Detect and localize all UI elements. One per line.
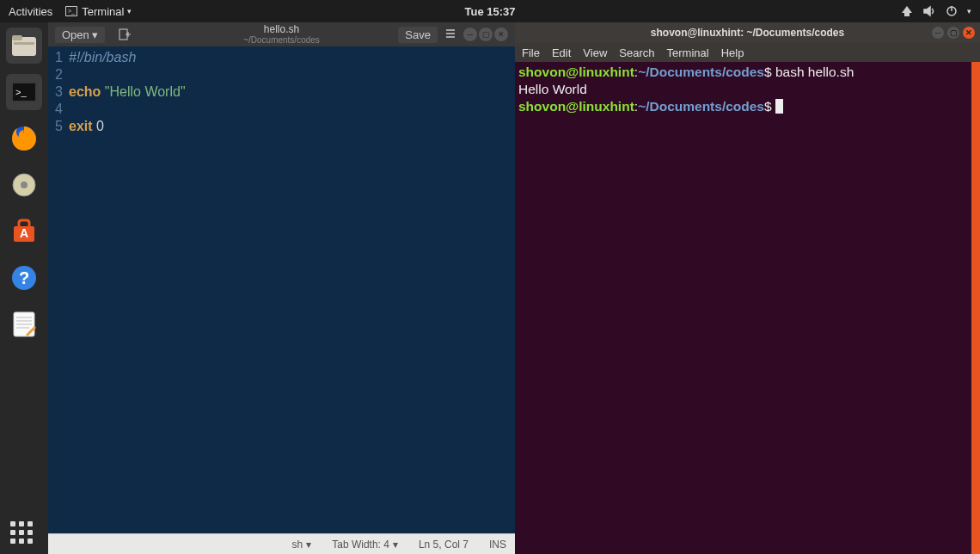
menu-edit[interactable]: Edit bbox=[552, 46, 571, 59]
dock-item-texteditor[interactable] bbox=[6, 306, 42, 342]
volume-icon bbox=[922, 4, 936, 18]
chevron-down-icon: ▾ bbox=[127, 7, 132, 15]
status-tabwidth[interactable]: Tab Width: 4 ▾ bbox=[332, 539, 398, 551]
app-menu-label: Terminal bbox=[82, 5, 124, 18]
terminal-icon: >_ bbox=[64, 4, 78, 18]
terminal-cursor bbox=[775, 99, 783, 114]
svg-rect-7 bbox=[12, 35, 22, 40]
chevron-down-icon: ▾ bbox=[967, 7, 971, 15]
svg-point-13 bbox=[21, 182, 28, 188]
clock[interactable]: Tue 15:37 bbox=[464, 5, 515, 18]
gedit-filename: hello.sh bbox=[243, 24, 320, 35]
minimize-button[interactable]: ─ bbox=[463, 28, 477, 41]
status-insert-mode[interactable]: INS bbox=[489, 539, 506, 551]
svg-text:>_: >_ bbox=[68, 8, 75, 15]
dock: >_ A ? bbox=[0, 22, 48, 554]
terminal-titlebar: shovon@linuxhint: ~/Documents/codes ─ ▢ … bbox=[515, 22, 980, 43]
new-doc-icon bbox=[117, 28, 131, 41]
svg-rect-6 bbox=[14, 42, 34, 45]
app-menu[interactable]: >_ Terminal ▾ bbox=[64, 4, 132, 18]
system-tray[interactable]: ▾ bbox=[900, 4, 971, 18]
chevron-down-icon: ▾ bbox=[92, 28, 98, 41]
maximize-button[interactable]: ▢ bbox=[947, 27, 959, 39]
terminal-menubar: File Edit View Search Terminal Help bbox=[515, 43, 980, 62]
menu-search[interactable]: Search bbox=[619, 46, 654, 59]
terminal-title: shovon@linuxhint: ~/Documents/codes bbox=[651, 27, 844, 39]
network-icon bbox=[900, 4, 914, 18]
close-button[interactable]: ✕ bbox=[963, 27, 975, 39]
dock-item-help[interactable]: ? bbox=[6, 260, 42, 296]
hamburger-menu-button[interactable] bbox=[444, 28, 456, 42]
gedit-window: Open ▾ hello.sh ~/Documents/codes Save ─… bbox=[48, 22, 515, 554]
svg-text:?: ? bbox=[19, 268, 29, 287]
new-document-button[interactable] bbox=[115, 26, 132, 43]
dock-item-disks[interactable] bbox=[6, 167, 42, 203]
menu-view[interactable]: View bbox=[583, 46, 607, 59]
menu-terminal[interactable]: Terminal bbox=[667, 46, 709, 59]
open-button[interactable]: Open ▾ bbox=[55, 27, 105, 43]
activities-button[interactable]: Activities bbox=[9, 5, 52, 18]
gedit-statusbar: sh ▾ Tab Width: 4 ▾ Ln 5, Col 7 INS bbox=[48, 533, 515, 554]
top-panel: Activities >_ Terminal ▾ Tue 15:37 ▾ bbox=[0, 0, 980, 22]
terminal-output: Hello World bbox=[518, 81, 977, 98]
gedit-filepath: ~/Documents/codes bbox=[243, 35, 320, 45]
power-icon bbox=[945, 4, 959, 18]
close-button[interactable]: ✕ bbox=[494, 28, 508, 41]
code-text[interactable]: #!/bin/bash echo "Hello World" exit 0 bbox=[65, 46, 515, 533]
terminal-window: shovon@linuxhint: ~/Documents/codes ─ ▢ … bbox=[515, 22, 980, 554]
dock-item-software[interactable]: A bbox=[6, 213, 42, 249]
terminal-scrollbar[interactable] bbox=[971, 62, 980, 554]
maximize-button[interactable]: ▢ bbox=[479, 28, 493, 41]
gedit-editor-area[interactable]: 12345 #!/bin/bash echo "Hello World" exi… bbox=[48, 46, 515, 533]
status-position: Ln 5, Col 7 bbox=[419, 539, 469, 551]
show-applications-button[interactable] bbox=[10, 521, 33, 544]
gedit-headerbar: Open ▾ hello.sh ~/Documents/codes Save ─… bbox=[48, 22, 515, 46]
svg-text:>_: >_ bbox=[15, 87, 27, 97]
dock-item-firefox[interactable] bbox=[6, 120, 42, 157]
line-number-gutter: 12345 bbox=[48, 46, 65, 533]
save-button[interactable]: Save bbox=[398, 27, 438, 43]
hamburger-icon bbox=[444, 28, 456, 40]
status-language[interactable]: sh ▾ bbox=[292, 539, 312, 551]
dock-item-files[interactable] bbox=[6, 28, 42, 64]
menu-help[interactable]: Help bbox=[721, 46, 744, 59]
gedit-title: hello.sh ~/Documents/codes bbox=[243, 24, 320, 45]
dock-item-terminal[interactable]: >_ bbox=[6, 74, 42, 110]
svg-text:A: A bbox=[20, 226, 28, 240]
minimize-button[interactable]: ─ bbox=[932, 27, 944, 39]
menu-file[interactable]: File bbox=[522, 46, 540, 59]
open-button-label: Open bbox=[62, 28, 89, 41]
terminal-body[interactable]: shovon@linuxhint:~/Documents/codes$ bash… bbox=[515, 62, 980, 554]
